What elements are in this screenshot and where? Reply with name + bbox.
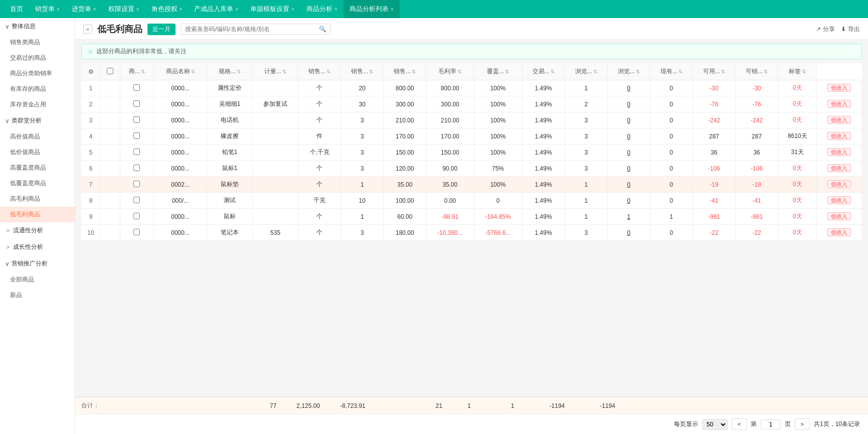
col-sales-qty[interactable]: 销售...⇅ [298, 63, 341, 80]
sidebar-item-traded-products[interactable]: 交易过的商品 [0, 50, 75, 66]
sidebar-item-high-margin[interactable]: 高毛利商品 [0, 191, 75, 207]
sidebar-item-high-value[interactable]: 高价值商品 [0, 129, 75, 144]
nav-purchase-order[interactable]: 进货单× [66, 0, 102, 18]
page-number-input[interactable] [761, 419, 781, 429]
nav-role-auth[interactable]: 角色授权× [145, 0, 189, 18]
col-views1[interactable]: 浏览...⇅ [565, 63, 607, 80]
cell-checkbox[interactable] [120, 144, 153, 161]
close-icon[interactable]: × [136, 7, 139, 12]
col-spec[interactable]: 规格...⇅ [207, 63, 253, 80]
col-unit[interactable]: 计量...⇅ [253, 63, 298, 80]
prev-page-button[interactable]: ＜ [732, 418, 747, 430]
col-gross-margin[interactable]: 毛利率⇅ [426, 63, 474, 80]
cell-views1[interactable]: 0 [607, 96, 650, 112]
nav-product-analysis[interactable]: 商品分析× [300, 0, 343, 18]
per-page-select[interactable]: 50 10 20 100 [702, 419, 728, 430]
cell-name: 鼠标垫 [207, 177, 253, 193]
cell-views1[interactable]: 0 [607, 161, 650, 177]
cell-checkbox[interactable] [120, 225, 153, 241]
nav-permission-settings[interactable]: 权限设置× [102, 0, 145, 18]
export-button[interactable]: ⬇ 导出 [841, 25, 860, 34]
col-coverage[interactable]: 覆盖...⇅ [474, 63, 522, 80]
sidebar-item-new-products[interactable]: 新品 [0, 287, 75, 303]
close-icon[interactable]: × [334, 7, 337, 12]
row-checkbox[interactable] [133, 84, 140, 91]
col-sales-profit[interactable]: 销售...⇅ [384, 63, 426, 80]
cell-checkbox[interactable] [120, 112, 153, 128]
row-checkbox[interactable] [133, 132, 140, 139]
cell-checkbox[interactable] [120, 177, 153, 193]
cell-views1[interactable]: 0 [607, 177, 650, 193]
close-icon[interactable]: × [235, 7, 238, 12]
col-available-stock[interactable]: 可用...⇅ [692, 63, 735, 80]
next-page-button[interactable]: ＞ [795, 418, 810, 430]
close-icon[interactable]: × [57, 7, 60, 12]
sidebar-item-category-rate[interactable]: 商品分类助销率 [0, 66, 75, 81]
col-checkbox[interactable] [101, 63, 120, 80]
nav-product-inbound[interactable]: 产成品入库单× [188, 0, 244, 18]
sidebar-group-overall[interactable]: ∨ 整体信息 [0, 18, 75, 35]
sidebar-item-high-coverage[interactable]: 高覆盖度商品 [0, 160, 75, 176]
col-tag[interactable]: 标签⇅ [778, 63, 817, 80]
collapse-sidebar-button[interactable]: « [83, 25, 92, 34]
col-name[interactable]: 商品名称⇅ [154, 63, 207, 80]
close-icon[interactable]: × [93, 7, 96, 12]
sidebar-group-liquidity[interactable]: ＞ 流通性分析 [0, 222, 75, 239]
sidebar-item-low-margin[interactable]: 低毛利商品 [0, 207, 75, 222]
col-sales-amount[interactable]: 销售...⇅ [341, 63, 384, 80]
close-icon[interactable]: × [180, 7, 183, 12]
nav-product-analysis-list[interactable]: 商品分析列表× [343, 0, 400, 18]
nav-home[interactable]: 首页 [4, 0, 29, 18]
sidebar-item-stocked-products[interactable]: 有库存的商品 [0, 81, 75, 97]
cell-views1[interactable]: 0 [607, 225, 650, 241]
close-icon[interactable]: × [291, 7, 294, 12]
row-checkbox[interactable] [133, 149, 140, 155]
row-checkbox[interactable] [133, 116, 140, 123]
cell-views2: 0 [650, 96, 692, 112]
sidebar-group-growth[interactable]: ＞ 成长性分析 [0, 239, 75, 255]
col-code[interactable]: 商...⇅ [120, 63, 153, 80]
row-checkbox[interactable] [133, 181, 140, 187]
cell-checkbox[interactable] [120, 161, 153, 177]
select-all-checkbox[interactable] [107, 68, 113, 74]
cell-views1[interactable]: 0 [607, 193, 650, 209]
sidebar-group-cluster[interactable]: ∨ 类群堂分析 [0, 112, 75, 129]
col-transactions[interactable]: 交易...⇅ [522, 63, 565, 80]
date-filter-button[interactable]: 近一月 [147, 24, 176, 35]
row-checkbox[interactable] [133, 213, 140, 219]
sidebar-item-stock-capital[interactable]: 库存资金占用 [0, 97, 75, 112]
cell-checkbox[interactable] [120, 209, 153, 225]
cell-sales-amount: 180.00 [384, 225, 426, 241]
search-input[interactable] [185, 26, 317, 33]
sidebar-item-sales-products[interactable]: 销售类商品 [0, 35, 75, 50]
nav-template-settings[interactable]: 单据模板设置× [244, 0, 300, 18]
nav-sales-order[interactable]: 销货单× [29, 0, 66, 18]
close-icon[interactable]: × [391, 7, 394, 12]
row-checkbox[interactable] [133, 165, 140, 171]
cell-checkbox[interactable] [120, 80, 153, 96]
sidebar-group-marketing[interactable]: ∨ 营销推广分析 [0, 255, 75, 272]
col-settings[interactable]: ⚙ [81, 63, 101, 80]
cell-views1[interactable]: 0 [607, 144, 650, 161]
col-views2[interactable]: 浏览...⇅ [607, 63, 650, 80]
col-sellable-days[interactable]: 可销...⇅ [736, 63, 778, 80]
search-icon[interactable]: 🔍 [319, 26, 326, 33]
sidebar-item-low-coverage[interactable]: 低覆盖度商品 [0, 176, 75, 191]
cell-checkbox[interactable] [120, 193, 153, 209]
cell-views1[interactable]: 0 [607, 112, 650, 128]
cell-views1[interactable]: 0 [607, 80, 650, 96]
cell-views1[interactable]: 0 [607, 128, 650, 144]
table-row: 4 0000... 橡皮擦 件 3 170.00 170.00 100% 1.4… [81, 128, 862, 144]
row-checkbox[interactable] [133, 100, 140, 107]
cell-tag: 低收入 [817, 144, 862, 161]
row-checkbox[interactable] [133, 229, 140, 235]
row-checkbox[interactable] [133, 197, 140, 203]
share-button[interactable]: ↗ 分享 [816, 25, 835, 34]
col-current-stock[interactable]: 现有...⇅ [650, 63, 692, 80]
cell-checkbox[interactable] [120, 96, 153, 112]
cell-checkbox[interactable] [120, 128, 153, 144]
cell-views1[interactable]: 1 [607, 209, 650, 225]
cell-gross-margin: -164.85% [474, 209, 522, 225]
sidebar-item-all-products[interactable]: 全部商品 [0, 272, 75, 287]
sidebar-item-low-value[interactable]: 低价值商品 [0, 144, 75, 160]
